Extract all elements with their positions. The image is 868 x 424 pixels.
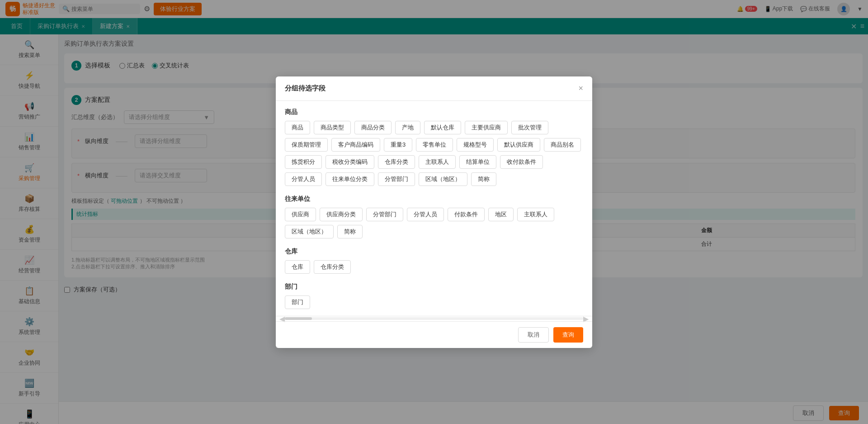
field-tag[interactable]: 保质期管理 (285, 138, 328, 152)
department-fields: 部门 (285, 295, 583, 309)
hscroll-thumb[interactable] (285, 317, 312, 320)
field-tag[interactable]: 分管人员 (407, 208, 444, 221)
field-tag[interactable]: 分管部门 (366, 208, 403, 221)
field-tag[interactable]: 默认仓库 (424, 121, 461, 134)
field-tag[interactable]: 产地 (395, 121, 420, 134)
field-tag[interactable]: 地区 (488, 208, 514, 221)
field-tag[interactable]: 拣货积分 (285, 155, 322, 169)
modal-overlay: 分组待选字段 × 商品 商品商品类型商品分类产地默认仓库主要供应商批次管理保质期… (0, 0, 868, 424)
field-tag[interactable]: 收付款条件 (500, 155, 543, 169)
warehouse-group-title: 仓库 (285, 248, 583, 256)
partner-group-title: 往来单位 (285, 195, 583, 203)
field-tag[interactable]: 重量3 (384, 138, 412, 152)
field-tag[interactable]: 简称 (337, 225, 363, 238)
warehouse-fields: 仓库仓库分类 (285, 260, 583, 274)
modal: 分组待选字段 × 商品 商品商品类型商品分类产地默认仓库主要供应商批次管理保质期… (276, 76, 592, 348)
field-group-department: 部门 部门 (285, 283, 583, 309)
partner-fields: 供应商供应商分类分管部门分管人员付款条件地区主联系人区域（地区）简称 (285, 208, 583, 238)
field-tag[interactable]: 区域（地区） (285, 225, 334, 238)
field-tag[interactable]: 简称 (471, 172, 496, 186)
field-tag[interactable]: 主要供应商 (465, 121, 508, 134)
field-tag[interactable]: 分管人员 (285, 172, 322, 186)
modal-body: 商品 商品商品类型商品分类产地默认仓库主要供应商批次管理保质期管理客户商品编码重… (276, 101, 592, 316)
field-tag[interactable]: 客户商品编码 (331, 138, 380, 152)
field-group-goods: 商品 商品商品类型商品分类产地默认仓库主要供应商批次管理保质期管理客户商品编码重… (285, 108, 583, 186)
field-tag[interactable]: 仓库分类 (378, 155, 415, 169)
modal-header: 分组待选字段 × (276, 76, 592, 101)
modal-close-button[interactable]: × (578, 84, 583, 93)
hscroll-track (285, 317, 583, 320)
modal-hscroll: ◀ ▶ (276, 316, 592, 321)
field-tag[interactable]: 供应商分类 (320, 208, 363, 221)
department-group-title: 部门 (285, 283, 583, 291)
field-tag[interactable]: 商品类型 (314, 121, 351, 134)
field-tag[interactable]: 往来单位分类 (326, 172, 374, 186)
field-tag[interactable]: 规格型号 (457, 138, 494, 152)
field-tag[interactable]: 仓库分类 (314, 260, 351, 274)
field-tag[interactable]: 零售单位 (416, 138, 453, 152)
field-tag[interactable]: 批次管理 (511, 121, 548, 134)
field-tag[interactable]: 税收分类编码 (326, 155, 374, 169)
field-tag[interactable]: 结算单位 (459, 155, 496, 169)
modal-cancel-button[interactable]: 取消 (518, 327, 549, 343)
modal-title: 分组待选字段 (285, 84, 326, 93)
field-tag[interactable]: 主联系人 (419, 155, 456, 169)
field-tag[interactable]: 仓库 (285, 260, 310, 274)
field-tag[interactable]: 区域（地区） (419, 172, 467, 186)
field-tag[interactable]: 商品 (285, 121, 310, 134)
field-tag[interactable]: 供应商 (285, 208, 316, 221)
field-tag[interactable]: 部门 (285, 295, 310, 309)
field-group-warehouse: 仓库 仓库仓库分类 (285, 248, 583, 274)
field-tag[interactable]: 商品分类 (354, 121, 392, 134)
goods-group-title: 商品 (285, 108, 583, 116)
modal-confirm-button[interactable]: 查询 (553, 327, 583, 343)
modal-footer: 取消 查询 (276, 321, 592, 348)
field-tag[interactable]: 商品别名 (544, 138, 581, 152)
field-tag[interactable]: 付款条件 (448, 208, 485, 221)
goods-fields: 商品商品类型商品分类产地默认仓库主要供应商批次管理保质期管理客户商品编码重量3零… (285, 121, 583, 186)
field-group-partner: 往来单位 供应商供应商分类分管部门分管人员付款条件地区主联系人区域（地区）简称 (285, 195, 583, 238)
field-tag[interactable]: 主联系人 (517, 208, 554, 221)
field-tag[interactable]: 分管部门 (378, 172, 415, 186)
field-tag[interactable]: 默认供应商 (497, 138, 540, 152)
